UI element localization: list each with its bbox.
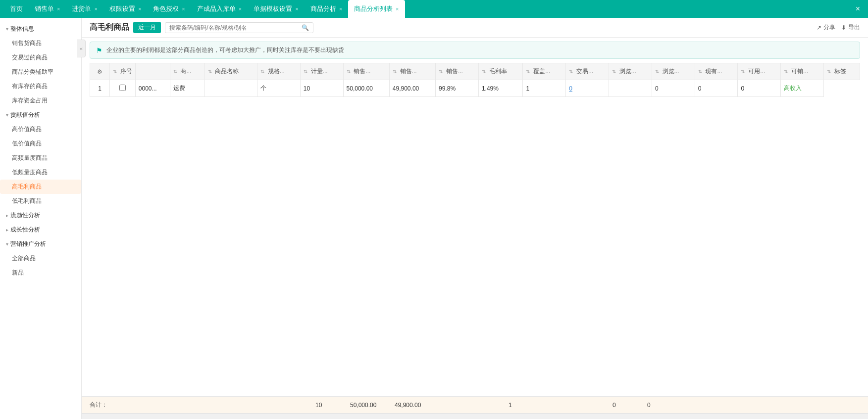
sidebar-item-new-goods[interactable]: 新品: [0, 266, 81, 280]
close-all-tabs[interactable]: ×: [852, 4, 864, 13]
row-checkbox[interactable]: [119, 85, 126, 91]
header-actions: ↗ 分享 ⬇ 导出: [817, 23, 860, 32]
sidebar-item-analysis-rate[interactable]: 商品分类辅助率: [0, 65, 81, 79]
nav-tab-purchase[interactable]: 进货单 ×: [66, 0, 103, 18]
column-label: 现有...: [705, 68, 722, 75]
sidebar-group-marketing[interactable]: ▾ 营销推广分析: [0, 237, 81, 251]
cell-spec: [204, 80, 257, 97]
column-header-sales-amt[interactable]: ⇅ 销售...: [389, 63, 435, 80]
period-button[interactable]: 近一月: [133, 22, 161, 33]
column-header-spec[interactable]: ⇅ 规格...: [257, 63, 301, 80]
nav-tab-role[interactable]: 角色授权 ×: [147, 0, 191, 18]
nav-tab-analysis[interactable]: 商品分析 ×: [305, 0, 348, 18]
sidebar-group-growth[interactable]: ▸ 成长性分析: [0, 223, 81, 237]
nav-tab-template[interactable]: 单据模板设置 ×: [248, 0, 304, 18]
row-number: 1: [90, 80, 110, 97]
settings-column-header[interactable]: ⚙: [90, 63, 110, 80]
column-header-avail[interactable]: ⇅ 可用...: [738, 63, 781, 80]
column-header-num[interactable]: ⇅ 序号: [110, 63, 136, 80]
cell-tag: 高收入: [781, 80, 824, 97]
sidebar-group-label: 营销推广分析: [10, 240, 46, 248]
close-tab-icon[interactable]: ×: [182, 0, 185, 18]
cell-name: 运费: [170, 80, 204, 97]
sort-icon: ⇅: [612, 69, 617, 74]
cell-stock: 0: [652, 80, 695, 97]
sort-icon: ⇅: [741, 69, 746, 74]
column-header-browse2[interactable]: ⇅ 浏览...: [652, 63, 695, 80]
cell-gross-rate: 99.8%: [436, 80, 479, 97]
column-label: 计量...: [311, 68, 328, 75]
chevron-right-icon: ▸: [6, 227, 8, 233]
sidebar-item-low-margin[interactable]: 低毛利商品: [0, 194, 81, 208]
share-icon: ↗: [817, 24, 821, 31]
cell-browse1[interactable]: 0: [566, 80, 609, 97]
nav-tab-permission[interactable]: 权限设置 ×: [103, 0, 147, 18]
column-header-stock[interactable]: ⇅ 现有...: [695, 63, 738, 80]
nav-tab-analysis-list[interactable]: 商品分析列表 ×: [348, 0, 405, 18]
sidebar-item-all-goods[interactable]: 全部商品: [0, 251, 81, 266]
table-footer: 合计： 1050,000.0049,900.00100: [82, 396, 868, 413]
sidebar-item-low-freq[interactable]: 低频量度商品: [0, 165, 81, 180]
search-input[interactable]: [169, 24, 300, 31]
info-icon: ⚑: [96, 47, 102, 54]
footer-label: 合计：: [90, 401, 119, 409]
column-header-code[interactable]: ⇅ 商...: [170, 63, 204, 80]
column-header-cover[interactable]: ⇅ 覆盖...: [523, 63, 566, 80]
column-header-sales-profit[interactable]: ⇅ 销售...: [436, 63, 479, 80]
sort-icon: ⇅: [569, 69, 574, 74]
sidebar-group-trend[interactable]: ▸ 流趋性分析: [0, 208, 81, 223]
footer-cell-3: [199, 402, 238, 409]
info-banner: ⚑ 企业的主要的利润都是这部分商品创造的，可考虑加大推广，同时关注库存是不要出现…: [90, 42, 860, 59]
close-tab-icon[interactable]: ×: [138, 0, 141, 18]
column-header-unit[interactable]: ⇅ 计量...: [300, 63, 343, 80]
column-header-check[interactable]: [135, 63, 170, 80]
sort-icon: ⇅: [482, 69, 487, 74]
column-header-gross-rate[interactable]: ⇅ 毛利率: [478, 63, 523, 80]
close-tab-icon[interactable]: ×: [57, 0, 60, 18]
cell-avail: 0: [695, 80, 738, 97]
sidebar-group-overall[interactable]: ▾ 整体信息: [0, 22, 81, 36]
row-checkbox-cell[interactable]: [110, 80, 136, 97]
column-label: 标签: [834, 68, 846, 75]
column-header-sales-qty[interactable]: ⇅ 销售...: [343, 63, 389, 80]
column-label: 浏览...: [619, 68, 636, 75]
nav-tab-sales[interactable]: 销售单 ×: [29, 0, 66, 18]
close-tab-icon[interactable]: ×: [94, 0, 97, 18]
nav-tab-product-entry[interactable]: 产成品入库单 ×: [191, 0, 248, 18]
sidebar-collapse-button[interactable]: «: [77, 40, 86, 57]
nav-tab-home[interactable]: 首页: [4, 0, 29, 18]
close-tab-icon[interactable]: ×: [239, 0, 242, 18]
sidebar-item-traded-goods[interactable]: 交易过的商品: [0, 50, 81, 65]
close-tab-icon[interactable]: ×: [339, 0, 342, 18]
close-tab-icon[interactable]: ×: [396, 0, 399, 18]
footer-cell-1: [139, 402, 154, 409]
sidebar-item-high-value[interactable]: 高价值商品: [0, 122, 81, 137]
close-tab-icon[interactable]: ×: [295, 0, 298, 18]
sidebar-item-inventory-goods[interactable]: 有库存的商品: [0, 79, 81, 93]
column-header-name[interactable]: ⇅ 商品名称: [204, 63, 257, 80]
column-label: 销售...: [400, 68, 417, 75]
sort-icon: ⇅: [347, 69, 352, 74]
search-box[interactable]: 🔍: [165, 22, 313, 33]
sidebar-group-contribution[interactable]: ▾ 贡献值分析: [0, 108, 81, 122]
horizontal-scrollbar[interactable]: [82, 413, 868, 419]
column-header-sellable[interactable]: ⇅ 可销...: [781, 63, 824, 80]
sidebar-item-high-freq[interactable]: 高频量度商品: [0, 151, 81, 165]
sort-icon: ⇅: [827, 69, 832, 74]
cell-sales-amt: 50,000.00: [343, 80, 389, 97]
column-label: 序号: [120, 68, 132, 75]
export-button[interactable]: ⬇ 导出: [841, 23, 860, 32]
share-button[interactable]: ↗ 分享: [817, 23, 835, 32]
column-header-trade[interactable]: ⇅ 交易...: [566, 63, 609, 80]
cell-code: 0000...: [135, 80, 170, 97]
sidebar-item-inventory-ratio[interactable]: 库存资金占用: [0, 93, 81, 108]
cell-sellable: 0: [738, 80, 781, 97]
info-banner-text: 企业的主要的利润都是这部分商品创造的，可考虑加大推广，同时关注库存是不要出现缺货: [106, 46, 344, 54]
sidebar-item-sales-goods[interactable]: 销售货商品: [0, 36, 81, 50]
sidebar: ▾ 整体信息销售货商品交易过的商品商品分类辅助率有库存的商品库存资金占用▾ 贡献…: [0, 18, 82, 419]
column-header-tag[interactable]: ⇅ 标签: [824, 63, 860, 80]
column-header-browse1[interactable]: ⇅ 浏览...: [609, 63, 652, 80]
footer-cell-2: [154, 402, 199, 409]
sidebar-item-low-value[interactable]: 低价值商品: [0, 137, 81, 151]
sidebar-item-high-margin[interactable]: 高毛利商品: [0, 180, 81, 194]
